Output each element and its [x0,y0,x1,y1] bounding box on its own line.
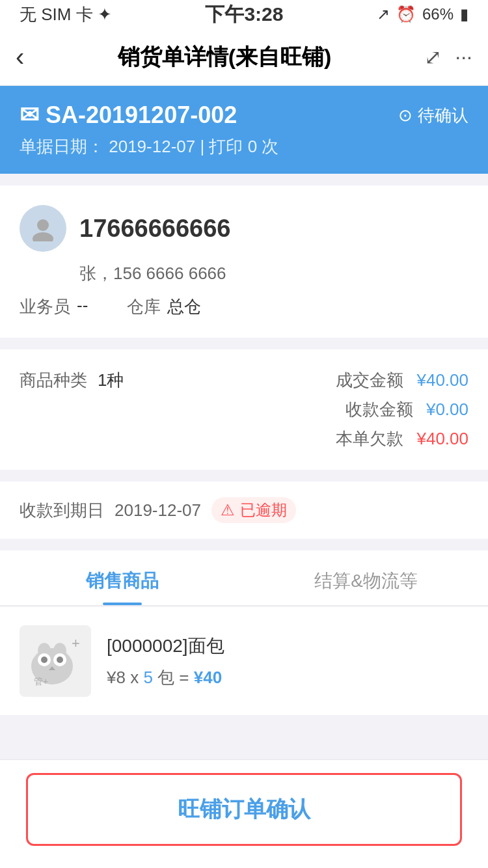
product-price: ¥8 x 5 包 = ¥40 [107,666,468,689]
status-clock-icon: ⊙ [398,105,413,126]
multiply-sign: x [130,668,143,687]
status-bar: 无 SIM 卡 ✦ 下午3:28 ↗ ⏰ 66% ▮ [0,0,488,29]
owed-value: ¥40.00 [416,429,468,449]
customer-top: 17666666666 [20,205,468,252]
svg-point-0 [37,219,49,231]
warehouse-meta: 仓库 总仓 [127,295,201,318]
battery-icon: ▮ [460,5,468,23]
nav-title: 销货单详情(来自旺铺) [55,42,394,72]
summary-right: 成交金额 ¥40.00 收款金额 ¥0.00 本单欠款 ¥40.00 [336,369,468,450]
unit-price: ¥8 [107,668,126,687]
sales-meta: 业务员 -- [20,295,88,318]
order-header-card: ✉ SA-20191207-002 ⊙ 待确认 单据日期： 2019-12-07… [0,86,488,174]
summary-row-0: 成交金额 ¥40.00 [336,369,468,392]
overdue-badge: ⚠ 已逾期 [211,497,296,523]
order-status: ⊙ 待确认 [398,104,468,127]
equals-sign: = [179,668,193,687]
sales-value: -- [77,295,88,318]
sim-status: 无 SIM 卡 ✦ [20,3,112,26]
warehouse-value: 总仓 [167,295,201,318]
customer-meta: 业务员 -- 仓库 总仓 [20,295,468,318]
due-date-card: 收款到期日 2019-12-07 ⚠ 已逾期 [0,481,488,539]
product-types: 商品种类 1种 [20,369,124,392]
svg-point-8 [57,657,63,663]
summary-row-1: 收款金额 ¥0.00 [346,398,468,421]
more-icon[interactable]: ··· [455,45,472,69]
share-icon[interactable]: ⤢ [424,45,442,70]
unit: 包 [157,668,174,687]
svg-point-1 [33,232,53,241]
warehouse-label: 仓库 [127,295,161,318]
product-thumbnail: + 管+ [20,625,91,697]
tab-settlement[interactable]: 结算&物流等 [244,550,488,605]
order-header-top: ✉ SA-20191207-002 ⊙ 待确认 [20,102,468,129]
tabs-bar: 销售商品 结算&物流等 [0,550,488,606]
amount-label: 成交金额 [336,369,403,392]
product-total: ¥40 [194,668,222,687]
due-date-label: 收款到期日 [20,499,104,522]
owed-label: 本单欠款 [336,427,403,450]
summary-left: 商品种类 1种 [20,369,124,392]
alarm-icon: ⏰ [396,5,416,23]
product-name: [0000002]面包 [107,634,468,658]
customer-info: 张，156 6666 6666 [20,262,468,285]
due-date-value: 2019-12-07 [115,500,201,521]
location-icon: ↗ [377,5,390,23]
product-qty: 5 [143,668,152,687]
amount-value: ¥40.00 [416,370,468,390]
order-id-icon: ✉ [20,102,39,129]
customer-card: 17666666666 张，156 6666 6666 业务员 -- 仓库 总仓 [0,185,488,338]
overdue-icon: ⚠ [221,501,235,519]
confirm-order-button[interactable]: 旺铺订单确认 [26,773,462,846]
sales-label: 业务员 [20,295,70,318]
order-id: ✉ SA-20191207-002 [20,102,237,129]
status-time: 下午3:28 [205,1,283,28]
status-right: ↗ ⏰ 66% ▮ [377,5,468,23]
svg-text:+: + [72,635,80,651]
svg-text:管+: 管+ [34,676,48,686]
status-left: 无 SIM 卡 ✦ [20,3,112,26]
product-types-value: 1种 [98,369,124,392]
bottom-bar: 旺铺订单确认 [0,759,488,868]
svg-point-7 [41,657,47,663]
tab-sales-products[interactable]: 销售商品 [0,550,244,605]
payment-label: 收款金额 [346,398,413,421]
avatar [20,205,66,252]
nav-bar: ‹ 销货单详情(来自旺铺) ⤢ ··· [0,29,488,86]
customer-phone: 17666666666 [79,215,230,243]
payment-value: ¥0.00 [426,400,468,420]
battery-level: 66% [422,5,454,23]
overdue-text: 已逾期 [240,500,287,521]
back-button[interactable]: ‹ [16,42,55,72]
order-date: 单据日期： 2019-12-07 | 打印 0 次 [20,135,468,158]
order-id-text: SA-20191207-002 [46,102,237,129]
summary-card: 商品种类 1种 成交金额 ¥40.00 收款金额 ¥0.00 本单欠款 ¥40.… [0,349,488,470]
product-types-label: 商品种类 [20,369,87,392]
status-text: 待确认 [418,104,468,127]
product-list: + 管+ [0000002]面包 ¥8 x 5 包 = ¥40 [0,607,488,716]
nav-actions: ⤢ ··· [394,45,472,70]
summary-row-2: 本单欠款 ¥40.00 [336,427,468,450]
table-row: + 管+ [0000002]面包 ¥8 x 5 包 = ¥40 [0,607,488,716]
product-details: [0000002]面包 ¥8 x 5 包 = ¥40 [107,634,468,689]
